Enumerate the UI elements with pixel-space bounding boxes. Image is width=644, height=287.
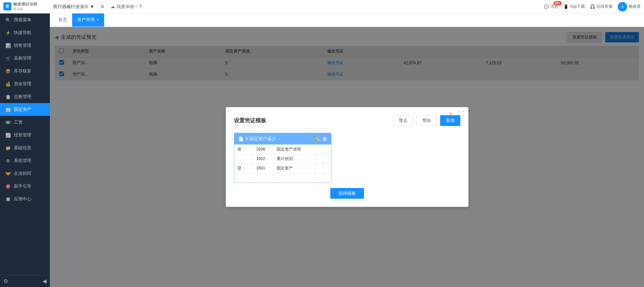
import-button[interactable]: 导入 — [393, 115, 413, 126]
dropdown-icon: ▼ — [90, 4, 94, 9]
sidebar-item-apps[interactable]: 🔲 应用中心 — [0, 193, 50, 205]
basic-info-label: 基础信息 — [14, 145, 31, 151]
user-action[interactable]: 人 畅捷通 — [618, 2, 641, 11]
debit1-code: 1606 — [253, 145, 274, 154]
payroll-icon: 💵 — [5, 119, 11, 125]
template-table-body: 借： 1606 固定资产清理 1602 — [234, 145, 331, 182]
ledger-label: 总账管理 — [14, 94, 31, 100]
finance-label: 资金管理 — [14, 81, 31, 87]
empty-col2 — [253, 173, 274, 182]
messages-action[interactable]: 💬 消息 99+ — [544, 4, 558, 9]
sales-icon: 📊 — [5, 42, 11, 49]
company-name: 医疗器械行业演示 — [53, 4, 88, 10]
template-card-actions: ✏️ 🗑 — [314, 136, 327, 141]
system-label: 系统管理 — [14, 158, 31, 164]
debit2-name: 累计折旧 — [274, 154, 315, 163]
tab-asset-mgmt-label: 资产管理 — [77, 17, 95, 23]
logo-icon: 财 — [3, 2, 11, 10]
template-row-credit1: 贷： 1601 固定资产 — [234, 163, 331, 173]
logo-area: 财 畅捷通好业财 普及版 — [3, 2, 53, 11]
purchase-icon: 🛒 — [5, 55, 11, 61]
template-row-empty — [234, 173, 331, 182]
quick-nav-label: 快捷导航 — [14, 30, 31, 36]
empty-col3 — [274, 173, 315, 182]
export-button[interactable]: 导出 — [417, 115, 437, 126]
company-selector[interactable]: 医疗器械行业演示 ▼ — [53, 4, 94, 10]
sidebar-bottom: ⚙ ◀ — [0, 275, 50, 287]
mobile-icon: 📱 — [563, 4, 569, 9]
template-doc-icon: 📄 — [238, 136, 244, 141]
select-template-button[interactable]: 选择模板 — [330, 188, 364, 199]
messages-badge: 99+ — [553, 1, 562, 5]
system-icon: ⚙ — [5, 158, 11, 164]
sidebar-item-basic-info[interactable]: 📁 基础信息 — [0, 141, 50, 154]
sidebar-item-search[interactable]: 🔍 搜索菜单 — [0, 13, 50, 26]
sidebar-item-ledger[interactable]: 📋 总账管理 — [0, 90, 50, 103]
sidebar-item-guide[interactable]: 🎯 新手引导 — [0, 180, 50, 193]
sales-label: 销售管理 — [14, 42, 31, 49]
app-download-action[interactable]: 📱 App下载 — [563, 4, 585, 9]
search-label: 搜索菜单 — [14, 17, 31, 23]
sidebar-collapse-icon[interactable]: ◀ — [42, 278, 47, 284]
credit1-col3 — [315, 163, 323, 173]
cooperation-label: 企业协同 — [14, 170, 31, 177]
purchase-label: 采购管理 — [14, 55, 31, 61]
template-card-header: 📄 5-固定资产减少 ✏️ 🗑 — [234, 133, 331, 145]
top-right: 💬 消息 99+ 📱 App下载 🎧 在线客服 人 畅捷通 — [544, 2, 641, 11]
ledger-icon: 📋 — [5, 94, 11, 100]
sidebar-item-finance[interactable]: 💰 资金管理 — [0, 77, 50, 90]
top-bar: 财 畅捷通好业财 普及版 医疗器械行业演示 ▼ ⚙ ☁ 我要体验一下 💬 消息 … — [0, 0, 644, 13]
sidebar-item-sales[interactable]: 📊 销售管理 — [0, 39, 50, 52]
sidebar-item-quick-nav[interactable]: ⚡ 快捷导航 — [0, 26, 50, 39]
apps-icon: 🔲 — [5, 196, 11, 202]
top-center: 医疗器械行业演示 ▼ ⚙ ☁ 我要体验一下 — [53, 2, 544, 11]
tab-asset-mgmt[interactable]: 资产管理 × — [72, 13, 104, 27]
sidebar-item-inventory[interactable]: 📦 库存核算 — [0, 65, 50, 77]
template-delete-icon[interactable]: 🗑 — [323, 136, 327, 141]
tab-home[interactable]: 首页 — [53, 13, 72, 27]
online-service-action[interactable]: 🎧 在线客服 — [590, 4, 613, 9]
message-icon: 💬 — [544, 4, 549, 9]
sidebar-settings-icon[interactable]: ⚙ — [3, 278, 8, 284]
empty-col1 — [234, 173, 253, 182]
modal: × ⛶ 设置凭证模板 导入 导出 新增 — [226, 107, 468, 207]
tab-bar: 首页 资产管理 × — [50, 13, 644, 27]
template-header-left: 📄 5-固定资产减少 — [238, 136, 276, 142]
experience-button[interactable]: ☁ 我要体验一下 — [111, 4, 143, 10]
cloud-icon: ☁ — [111, 4, 115, 9]
modal-expand-button[interactable]: ⛶ — [458, 110, 466, 118]
sidebar-item-system[interactable]: ⚙ 系统管理 — [0, 154, 50, 167]
sidebar-item-operations[interactable]: 📈 经营管理 — [0, 129, 50, 141]
template-edit-icon[interactable]: ✏️ — [314, 136, 320, 141]
guide-label: 新手引导 — [14, 183, 31, 189]
sidebar-item-fixed-assets[interactable]: 🏢 固定资产 — [0, 103, 50, 116]
template-name: 5-固定资产减少 — [246, 136, 276, 142]
fixed-assets-icon: 🏢 — [5, 106, 11, 113]
credit1-col4 — [323, 163, 331, 173]
settings-icon[interactable]: ⚙ — [98, 2, 107, 11]
avatar: 人 — [618, 2, 627, 11]
sidebar: 🔍 搜索菜单 ⚡ 快捷导航 📊 销售管理 🛒 采购管理 📦 库存核算 💰 — [0, 13, 50, 287]
select-btn-area: 选择模板 — [234, 188, 460, 199]
basic-info-icon: 📁 — [5, 145, 11, 151]
debit1-col3 — [315, 145, 323, 154]
template-table: 借： 1606 固定资产清理 1602 — [234, 145, 331, 183]
sidebar-item-purchase[interactable]: 🛒 采购管理 — [0, 52, 50, 65]
debit2-code: 1602 — [253, 154, 274, 163]
credit1-name: 固定资产 — [274, 163, 315, 173]
cooperation-icon: 🤝 — [5, 170, 11, 177]
tab-close-icon[interactable]: × — [97, 18, 99, 22]
operations-icon: 📈 — [5, 132, 11, 138]
sidebar-item-payroll[interactable]: 💵 工资 — [0, 116, 50, 129]
debit2-col3 — [315, 154, 323, 163]
app-download-label: App下载 — [570, 4, 585, 9]
apps-label: 应用中心 — [14, 196, 31, 202]
quick-nav-icon: ⚡ — [5, 30, 11, 36]
guide-icon: 🎯 — [5, 183, 11, 189]
fixed-assets-label: 固定资产 — [14, 106, 31, 113]
modal-close-button[interactable]: × — [447, 110, 455, 118]
experience-label: 我要体验一下 — [117, 4, 143, 10]
tab-home-label: 首页 — [58, 17, 67, 23]
logo-text: 畅捷通好业财 — [13, 2, 37, 6]
sidebar-item-cooperation[interactable]: 🤝 企业协同 — [0, 167, 50, 180]
